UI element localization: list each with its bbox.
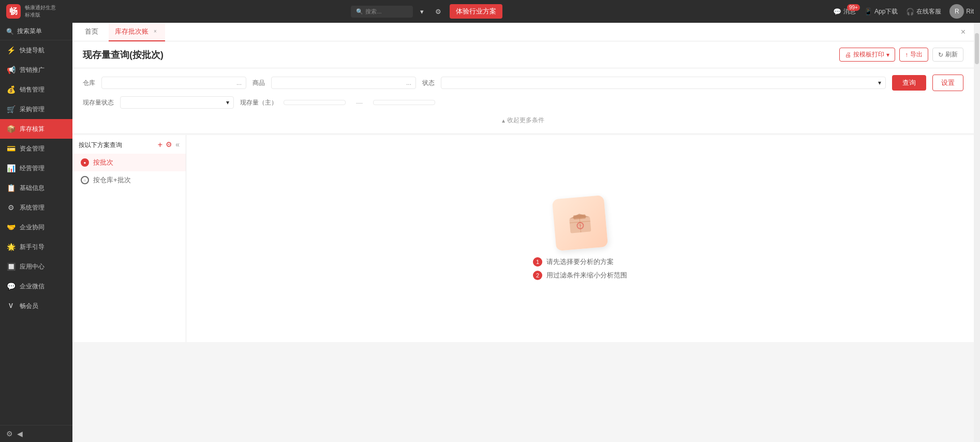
- app-brand: 畅康通好生意 标准版: [25, 4, 347, 19]
- left-panel-item-by-warehouse-batch[interactable]: ○ 按仓库+批次: [72, 171, 186, 189]
- sidebar-item-finance[interactable]: 💳 资金管理: [0, 139, 72, 158]
- inv-status-dropdown-icon: [226, 99, 229, 106]
- sidebar-search[interactable]: 🔍 搜索菜单: [0, 23, 72, 40]
- inventory-icon: 📦: [6, 124, 16, 134]
- sidebar-item-operation[interactable]: 📊 经营管理: [0, 158, 72, 178]
- scheme-settings-btn[interactable]: [166, 140, 172, 150]
- tab-inventory-batch-label: 库存批次账: [115, 27, 149, 36]
- sidebar-item-label: 库存核算: [20, 125, 44, 134]
- system-icon: ⚙: [6, 203, 16, 212]
- sidebar-item-label: 营销推广: [20, 66, 44, 75]
- inventory-status-label: 现存量状态: [83, 98, 114, 107]
- empty-hint-2: 2 用过滤条件来缩小分析范围: [533, 271, 627, 280]
- by-warehouse-batch-icon: ○: [81, 176, 89, 184]
- enterprise-icon: 🤝: [6, 223, 16, 232]
- add-scheme-btn[interactable]: [158, 140, 162, 150]
- app-logo: 畅: [6, 4, 21, 19]
- content-area: 首页 库存批次账 × × 现存量查询(按批次) 🖨 按模板打印: [72, 23, 974, 442]
- left-panel-header: 按以下方案查询: [72, 140, 186, 154]
- topbar: 畅 畅康通好生意 标准版 🔍 搜索... ⚙ 体验行业方案 消息 99+ App…: [0, 0, 980, 23]
- print-btn[interactable]: 🖨 按模板打印: [839, 48, 895, 62]
- sidebar-item-newbie[interactable]: 🌟 新手引导: [0, 237, 72, 257]
- empty-state: ? 1 请先选择要分析的方案 2 用过滤条件来缩小分析范围: [533, 197, 627, 280]
- topbar-right: 消息 99+ App下载 在线客服 R Rit: [833, 4, 974, 19]
- right-scroll-thumb: [975, 33, 979, 64]
- sidebar-item-enterprise-wx[interactable]: 💬 企业微信: [0, 276, 72, 296]
- status-select[interactable]: [441, 77, 886, 89]
- experience-btn[interactable]: 体验行业方案: [450, 4, 502, 19]
- tab-home-label: 首页: [85, 27, 98, 36]
- tab-close-btn[interactable]: ×: [152, 28, 159, 35]
- sidebar-item-label: 资金管理: [20, 144, 44, 153]
- filter-area: 仓库 ... 商品 ... 状态: [72, 68, 974, 133]
- service-icon: [906, 8, 914, 16]
- collapse-more-btn[interactable]: 收起更多条件: [83, 114, 963, 127]
- tab-home[interactable]: 首页: [79, 23, 105, 41]
- sidebar-item-vip[interactable]: V 畅会员: [0, 296, 72, 316]
- by-batch-icon: ●: [81, 158, 89, 167]
- sidebar-item-purchase[interactable]: 🛒 采购管理: [0, 99, 72, 119]
- refresh-btn[interactable]: ↻ 刷新: [932, 48, 963, 62]
- sidebar-item-app-center[interactable]: 🔲 应用中心: [0, 257, 72, 276]
- sidebar-item-label: 新手引导: [20, 243, 44, 252]
- filter-row-1: 仓库 ... 商品 ... 状态: [83, 75, 963, 91]
- page-title: 现存量查询(按批次): [83, 49, 164, 61]
- page-header-actions: 🖨 按模板打印 ↑ 导出 ↻ 刷新: [839, 48, 963, 62]
- app-center-icon: 🔲: [6, 262, 16, 271]
- inventory-amount-from[interactable]: [284, 100, 346, 105]
- sidebar-item-basic[interactable]: 📋 基础信息: [0, 178, 72, 198]
- inventory-status-select[interactable]: [120, 96, 234, 109]
- panel-close-btn[interactable]: ×: [959, 25, 968, 39]
- panel-collapse-btn[interactable]: [175, 140, 180, 150]
- hint-num-1: 1: [533, 257, 542, 267]
- main-layout: 🔍 搜索菜单 ⚡ 快捷导航 📢 营销推广 💰 销售管理 🛒 采购管理 📦 库存核…: [0, 23, 980, 442]
- enterprise-wx-icon: 💬: [6, 282, 16, 291]
- operation-icon: 📊: [6, 164, 16, 173]
- right-scrollbar[interactable]: [974, 23, 980, 442]
- sidebar-collapse-btn[interactable]: ◀: [17, 430, 23, 438]
- tab-inventory-batch[interactable]: 库存批次账 ×: [109, 23, 165, 41]
- product-dots[interactable]: ...: [406, 79, 411, 86]
- sidebar-item-sales[interactable]: 💰 销售管理: [0, 80, 72, 99]
- sidebar-item-quick-nav[interactable]: ⚡ 快捷导航: [0, 40, 72, 60]
- workspace: 按以下方案查询 ● 按批次 ○ 按仓库+批次: [72, 135, 974, 342]
- settings-btn[interactable]: 设置: [932, 75, 963, 91]
- inventory-amount-to[interactable]: [373, 100, 435, 105]
- vip-icon: V: [6, 301, 16, 311]
- warehouse-input[interactable]: ...: [101, 77, 246, 89]
- hint-text-2: 用过滤条件来缩小分析范围: [546, 271, 627, 280]
- print-icon: 🖨: [845, 51, 851, 58]
- hint-num-2: 2: [533, 271, 542, 280]
- collapse-icon: [502, 117, 505, 124]
- warehouse-label: 仓库: [83, 79, 95, 87]
- search-icon: 🔍: [6, 28, 14, 35]
- query-btn[interactable]: 查询: [892, 75, 926, 91]
- left-panel-item-by-batch[interactable]: ● 按批次: [72, 154, 186, 171]
- topbar-search-box[interactable]: 🔍 搜索...: [351, 6, 413, 18]
- amount-separator: —: [352, 99, 367, 107]
- marketing-icon: 📢: [6, 65, 16, 75]
- sidebar-item-enterprise[interactable]: 🤝 企业协同: [0, 217, 72, 237]
- sidebar-item-label: 快捷导航: [20, 46, 44, 55]
- sidebar-item-label: 企业微信: [20, 282, 44, 291]
- online-service-btn[interactable]: 在线客服: [906, 7, 941, 16]
- quick-nav-icon: ⚡: [6, 46, 16, 55]
- sidebar-item-inventory[interactable]: 📦 库存核算: [0, 119, 72, 139]
- user-avatar[interactable]: R Rit: [949, 4, 974, 19]
- topbar-dropdown-btn[interactable]: [416, 6, 428, 18]
- export-btn[interactable]: ↑ 导出: [899, 48, 928, 62]
- warehouse-dots[interactable]: ...: [236, 79, 242, 86]
- sidebar-item-marketing[interactable]: 📢 营销推广: [0, 60, 72, 80]
- newbie-icon: 🌟: [6, 242, 16, 252]
- by-warehouse-batch-label: 按仓库+批次: [93, 175, 131, 185]
- product-input[interactable]: ...: [271, 77, 416, 89]
- sidebar-item-system[interactable]: ⚙ 系统管理: [0, 198, 72, 217]
- left-panel-actions: [158, 140, 180, 150]
- basic-icon: 📋: [6, 183, 16, 193]
- message-btn[interactable]: 消息 99+: [833, 7, 856, 16]
- sidebar-settings-btn[interactable]: ⚙: [6, 430, 13, 438]
- sidebar: 🔍 搜索菜单 ⚡ 快捷导航 📢 营销推广 💰 销售管理 🛒 采购管理 📦 库存核…: [0, 23, 72, 442]
- left-panel: 按以下方案查询 ● 按批次 ○ 按仓库+批次: [72, 135, 186, 342]
- app-download-btn[interactable]: App下载: [864, 7, 898, 16]
- topbar-settings-btn[interactable]: ⚙: [431, 6, 446, 18]
